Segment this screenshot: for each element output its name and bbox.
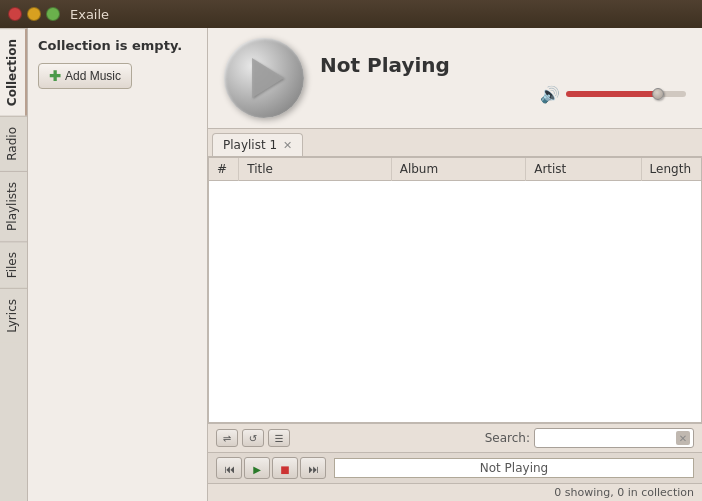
sidebar-item-collection[interactable]: Collection bbox=[0, 28, 27, 116]
add-music-label: Add Music bbox=[65, 69, 121, 83]
status-bar: 0 showing, 0 in collection bbox=[208, 483, 702, 501]
playlist-tab-1[interactable]: Playlist 1 ✕ bbox=[212, 133, 303, 156]
sidebar-item-playlists[interactable]: Playlists bbox=[0, 171, 27, 241]
repeat-icon bbox=[249, 433, 257, 444]
sidebar-item-radio[interactable]: Radio bbox=[0, 116, 27, 171]
queue-icon bbox=[275, 433, 284, 444]
prev-button[interactable] bbox=[216, 457, 242, 479]
playlist-tab-label: Playlist 1 bbox=[223, 138, 277, 152]
next-button[interactable] bbox=[300, 457, 326, 479]
table-header-row: # Title Album Artist Length bbox=[209, 158, 701, 181]
col-header-artist[interactable]: Artist bbox=[526, 158, 641, 181]
repeat-button[interactable] bbox=[242, 429, 264, 447]
collection-empty-label: Collection is empty. bbox=[38, 38, 197, 53]
status-text: 0 showing, 0 in collection bbox=[554, 486, 694, 499]
col-header-album[interactable]: Album bbox=[391, 158, 526, 181]
plus-icon: ✚ bbox=[49, 68, 61, 84]
app-title: Exaile bbox=[70, 7, 109, 22]
col-header-length[interactable]: Length bbox=[641, 158, 701, 181]
titlebar: Exaile bbox=[0, 0, 702, 28]
left-panel: Collection is empty. ✚ Add Music bbox=[28, 28, 208, 501]
queue-button[interactable] bbox=[268, 429, 290, 447]
play-button-area bbox=[224, 38, 304, 118]
minimize-button[interactable] bbox=[27, 7, 41, 21]
player-status-title: Not Playing bbox=[320, 53, 686, 77]
stop-icon bbox=[280, 461, 289, 476]
shuffle-button[interactable] bbox=[216, 429, 238, 447]
close-button[interactable] bbox=[8, 7, 22, 21]
play-icon bbox=[253, 461, 261, 476]
play-circle-button[interactable] bbox=[224, 38, 304, 118]
transport-row bbox=[216, 457, 326, 479]
add-music-button[interactable]: ✚ Add Music bbox=[38, 63, 132, 89]
search-area: Search: ✕ bbox=[485, 428, 694, 448]
player-info: Not Playing 🔊 bbox=[320, 53, 686, 104]
play-triangle-icon bbox=[252, 58, 284, 98]
play-button[interactable] bbox=[244, 457, 270, 479]
search-input[interactable] bbox=[534, 428, 694, 448]
now-playing-bar: Not Playing bbox=[208, 452, 702, 483]
maximize-button[interactable] bbox=[46, 7, 60, 21]
player-top: Not Playing 🔊 bbox=[208, 28, 702, 128]
volume-slider[interactable] bbox=[566, 91, 686, 97]
stop-button[interactable] bbox=[272, 457, 298, 479]
volume-row: 🔊 bbox=[320, 85, 686, 104]
sidebar-tabs: Collection Radio Playlists Files Lyrics bbox=[0, 28, 28, 501]
volume-handle[interactable] bbox=[652, 88, 664, 100]
bottom-controls: Search: ✕ bbox=[208, 423, 702, 452]
sidebar-item-lyrics[interactable]: Lyrics bbox=[0, 288, 27, 343]
col-header-num[interactable]: # bbox=[209, 158, 239, 181]
shuffle-icon bbox=[223, 433, 231, 444]
playlist-tabs-bar: Playlist 1 ✕ bbox=[208, 128, 702, 157]
col-header-title[interactable]: Title bbox=[239, 158, 391, 181]
playlist-table: # Title Album Artist Length bbox=[209, 158, 701, 181]
prev-icon bbox=[224, 461, 235, 476]
main-layout: Collection Radio Playlists Files Lyrics … bbox=[0, 28, 702, 501]
tab-close-button[interactable]: ✕ bbox=[283, 140, 292, 151]
search-clear-button[interactable]: ✕ bbox=[676, 431, 690, 445]
playlist-table-area[interactable]: # Title Album Artist Length bbox=[208, 157, 702, 423]
right-panel: Not Playing 🔊 Playlist 1 ✕ # bbox=[208, 28, 702, 501]
volume-icon: 🔊 bbox=[540, 85, 560, 104]
window-controls bbox=[8, 7, 60, 21]
now-playing-label: Not Playing bbox=[334, 458, 694, 478]
search-wrapper: ✕ bbox=[534, 428, 694, 448]
next-icon bbox=[308, 461, 319, 476]
sidebar-item-files[interactable]: Files bbox=[0, 241, 27, 288]
search-label: Search: bbox=[485, 431, 530, 445]
